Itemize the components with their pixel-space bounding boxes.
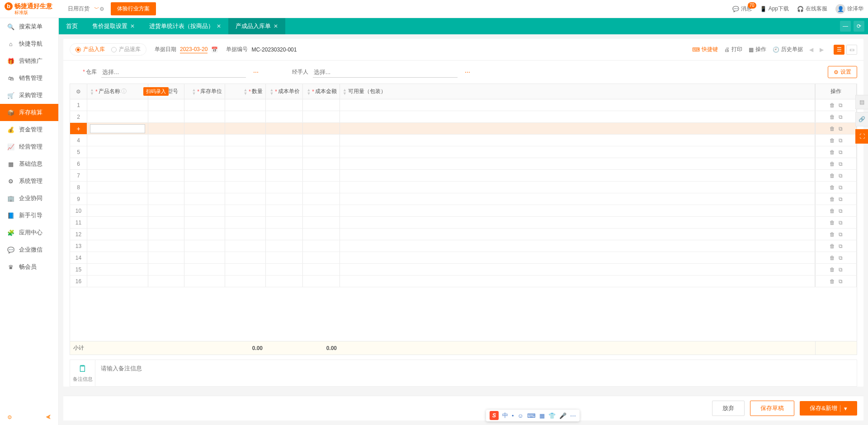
cell-avail[interactable] (340, 240, 815, 252)
table-row[interactable]: 8🗑⧉ (70, 182, 857, 193)
cell-product-name[interactable] (87, 111, 148, 122)
copy-row-icon[interactable]: ⧉ (839, 161, 843, 167)
table-row[interactable]: 7🗑⧉ (70, 170, 857, 182)
delete-row-icon[interactable]: 🗑 (830, 102, 835, 108)
table-row[interactable]: +🗑⧉ (70, 123, 857, 135)
cell-unit[interactable] (184, 264, 225, 275)
sidebar-item-3[interactable]: 🛍销售管理 (0, 70, 58, 87)
cell-price[interactable] (266, 252, 303, 263)
cell-unit[interactable] (184, 205, 225, 216)
view-card-button[interactable]: ▭ (846, 45, 857, 55)
copy-row-icon[interactable]: ⧉ (839, 126, 843, 132)
collapse-icon[interactable]: ⮜ (46, 414, 51, 420)
cell-amount[interactable] (303, 193, 340, 205)
delete-row-icon[interactable]: 🗑 (830, 208, 835, 214)
cell-amount[interactable] (303, 276, 340, 287)
cell-amount[interactable] (303, 99, 340, 111)
cell-avail[interactable] (340, 158, 815, 169)
cell-product-name[interactable] (87, 193, 148, 205)
tab-1[interactable]: 售价提取设置✕ (85, 18, 142, 34)
cell-unit[interactable] (184, 99, 225, 111)
col-unit[interactable]: ▲▼ * 库存单位 (184, 84, 225, 99)
table-row[interactable]: 11🗑⧉ (70, 217, 857, 229)
table-row[interactable]: 13🗑⧉ (70, 240, 857, 252)
cell-spec[interactable] (148, 264, 184, 275)
delete-row-icon[interactable]: 🗑 (830, 184, 835, 191)
cell-unit[interactable] (184, 135, 225, 146)
radio-product-return[interactable]: 产品退库 (111, 46, 141, 53)
cell-unit[interactable] (184, 158, 225, 169)
cell-qty[interactable] (225, 170, 266, 181)
sidebar-item-11[interactable]: 📘新手引导 (0, 207, 58, 224)
cell-product-name[interactable] (87, 217, 148, 228)
cell-price[interactable] (266, 111, 303, 122)
cell-product-name[interactable] (87, 123, 148, 134)
online-service-button[interactable]: 🎧 在线客服 (797, 5, 827, 13)
table-row[interactable]: 16🗑⧉ (70, 276, 857, 287)
cell-unit[interactable] (184, 217, 225, 228)
warehouse-more-icon[interactable]: ⋯ (253, 69, 259, 75)
cell-product-name[interactable] (87, 146, 148, 158)
cell-price[interactable] (266, 240, 303, 252)
copy-row-icon[interactable]: ⧉ (839, 266, 843, 273)
cell-product-name[interactable] (87, 170, 148, 181)
table-row[interactable]: 4🗑⧉ (70, 135, 857, 146)
cell-product-name[interactable] (87, 252, 148, 263)
cell-avail[interactable] (340, 229, 815, 240)
cell-price[interactable] (266, 158, 303, 169)
cell-amount[interactable] (303, 205, 340, 216)
col-avail[interactable]: ▲▼ 可用量（包装） (340, 84, 815, 99)
cell-product-name[interactable] (87, 276, 148, 287)
doc-date[interactable]: 单据日期 2023-03-20 📅 (155, 46, 218, 53)
cell-spec[interactable] (148, 123, 184, 134)
cell-amount[interactable] (303, 240, 340, 252)
prev-doc-button[interactable]: ◀ (809, 47, 813, 53)
close-icon[interactable]: ✕ (130, 23, 135, 29)
cell-price[interactable] (266, 123, 303, 134)
tab-0[interactable]: 首页 (59, 18, 85, 34)
cell-qty[interactable] (225, 158, 266, 169)
cell-qty[interactable] (225, 240, 266, 252)
cell-amount[interactable] (303, 135, 340, 146)
cell-avail[interactable] (340, 99, 815, 111)
delete-row-icon[interactable]: 🗑 (830, 278, 835, 285)
close-icon[interactable]: ✕ (217, 23, 221, 29)
delete-row-icon[interactable]: 🗑 (830, 231, 835, 238)
delete-row-icon[interactable]: 🗑 (830, 126, 835, 132)
scan-button[interactable]: 扫码录入 (143, 87, 169, 96)
ime-item[interactable]: 👕 (548, 412, 556, 419)
delete-row-icon[interactable]: 🗑 (830, 255, 835, 261)
table-row[interactable]: 10🗑⧉ (70, 205, 857, 217)
float-tab-2[interactable]: 🔗 (855, 112, 868, 126)
col-amount[interactable]: ▲▼ * 成本金额 (303, 84, 340, 99)
cell-qty[interactable] (225, 146, 266, 158)
tab-3[interactable]: 产成品入库单✕ (228, 18, 285, 34)
cell-price[interactable] (266, 264, 303, 275)
ime-item[interactable]: ⋯ (570, 412, 576, 419)
ime-item[interactable]: ☺ (518, 412, 524, 419)
sidebar-item-1[interactable]: ⌂快捷导航 (0, 35, 58, 52)
cell-spec[interactable] (148, 99, 184, 111)
table-row[interactable]: 2🗑⧉ (70, 111, 857, 123)
tab-2[interactable]: 进货单统计表（按商品）✕ (142, 18, 228, 34)
delete-row-icon[interactable]: 🗑 (830, 114, 835, 120)
settings-icon[interactable]: ⚙ (7, 414, 12, 420)
table-row[interactable]: 12🗑⧉ (70, 229, 857, 240)
copy-row-icon[interactable]: ⧉ (839, 220, 843, 226)
ime-item[interactable]: 🎤 (559, 412, 566, 419)
radio-product-in[interactable]: 产品入库 (75, 46, 105, 53)
cell-spec[interactable] (148, 229, 184, 240)
cell-unit[interactable] (184, 252, 225, 263)
table-row[interactable]: 15🗑⧉ (70, 264, 857, 276)
cell-qty[interactable] (225, 193, 266, 205)
next-doc-button[interactable]: ▶ (820, 47, 824, 53)
copy-row-icon[interactable]: ⧉ (839, 114, 843, 120)
tab-refresh-button[interactable]: ⟳ (854, 21, 864, 32)
handler-input[interactable] (313, 67, 458, 78)
cell-avail[interactable] (340, 252, 815, 263)
cell-spec[interactable] (148, 146, 184, 158)
settings-button[interactable]: ⚙ 设置 (828, 66, 857, 78)
cell-qty[interactable] (225, 217, 266, 228)
column-settings-button[interactable]: ⚙ (70, 84, 87, 99)
copy-row-icon[interactable]: ⧉ (839, 102, 843, 108)
